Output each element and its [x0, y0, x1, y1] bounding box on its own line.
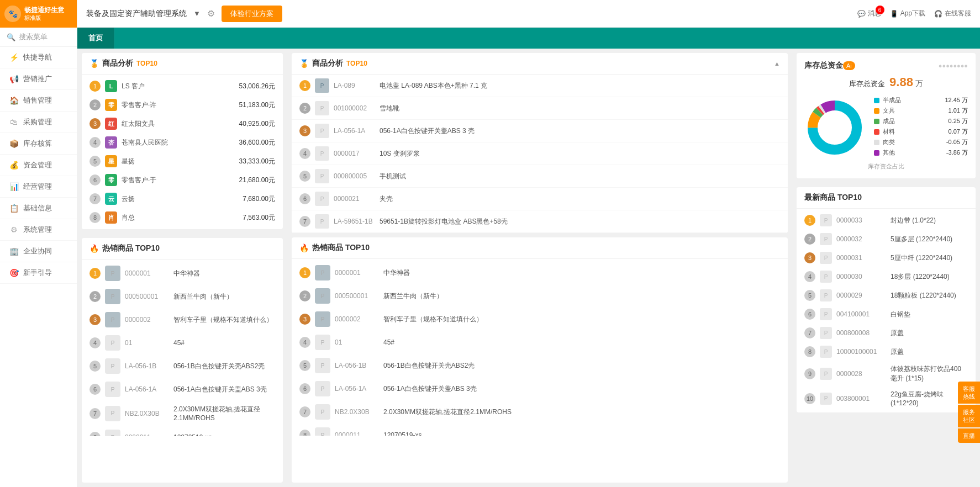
headset-icon: 🎧 [934, 10, 942, 18]
hot-product-main-item[interactable]: 1 P 0000001 中华神器 [292, 261, 788, 284]
sidebar-item-inventory[interactable]: 📦 库存核算 [0, 133, 77, 155]
inventory-total-label: 库存总资金 [849, 80, 885, 88]
legend-value: -0.05 万 [946, 138, 968, 146]
donut-chart-area: 半成品 12.45 万 文具 1.01 万 成品 0.25 万 材料 0.07 … [804, 96, 968, 159]
online-service-btn[interactable]: 🎧 在线客服 [934, 9, 971, 18]
sidebar-item-enterprise[interactable]: 🏢 企业协同 [0, 241, 77, 262]
mid-product-item[interactable]: 2 P 001000002 雪地靴 [292, 97, 788, 120]
sidebar-item-finance[interactable]: 💰 资金管理 [0, 155, 77, 176]
product-img: P [105, 266, 120, 281]
trial-button[interactable]: 体验行业方案 [222, 6, 282, 22]
rank-number: 3 [804, 252, 815, 263]
tab-home[interactable]: 首页 [77, 28, 114, 49]
sales-icon: 🏠 [9, 96, 19, 105]
mid-product-item[interactable]: 3 P LA-056-1A 056-1A白色按键开关盖ABS 3 壳 [292, 120, 788, 142]
product-img: P [820, 271, 832, 283]
message-badge: 6 [876, 6, 884, 14]
hot-product-main-item[interactable]: 6 P LA-056-1A 056-1A白色按键开关盖ABS 3壳 [292, 377, 788, 400]
hot-products-main-header: 🔥 热销商品 TOP10 [292, 237, 788, 259]
hot-product-item[interactable]: 7 P NB2.0X30B 2.0X30MM双搓花轴,搓花直径2.1MM/ROH… [82, 401, 283, 426]
settings-icon[interactable]: ⚙ [207, 8, 215, 19]
product-img: P [315, 169, 329, 183]
sidebar-item-marketing[interactable]: 📢 营销推广 [0, 68, 77, 90]
product-code: 0000028 [836, 370, 886, 378]
hot-product-item[interactable]: 3 P 0000002 智利车子里（规格不知道填什么） [82, 308, 283, 331]
customer-rank-item[interactable]: 7 云 云扬 7,680.00元 [82, 189, 283, 208]
new-product-item[interactable]: 5 P 0000029 18颗粒板 (1220*2440) [797, 286, 976, 305]
rank-number: 1 [804, 215, 815, 226]
logo-text: 畅捷通好生意 标准版 [24, 6, 64, 22]
customer-rank-item[interactable]: 4 杏 苍南县人民医院 36,600.00元 [82, 133, 283, 152]
cs-btn-2[interactable]: 直播 [958, 428, 980, 443]
new-product-item[interactable]: 6 P 004100001 白钢垫 [797, 305, 976, 324]
sidebar-item-label: 营销推广 [23, 74, 52, 84]
customer-rank-item[interactable]: 3 红 红太阳文具 40,925.00元 [82, 114, 283, 133]
system-dropdown[interactable]: ▼ [193, 9, 201, 18]
legend-value: -3.86 万 [946, 149, 968, 157]
sidebar-item-quick-nav[interactable]: ⚡ 快捷导航 [0, 47, 77, 68]
mid-product-item[interactable]: 4 P 0000017 10S 变刹罗浆 [292, 142, 788, 165]
logo-icon: 🐾 [4, 6, 21, 22]
message-btn[interactable]: 💬 消息 6 [857, 9, 881, 18]
mid-product-item[interactable]: 7 P LA-59651-1B 59651-1B旋转投影灯电池盒 ABS黑色+5… [292, 210, 788, 233]
product-img: P [105, 406, 120, 421]
customer-rank-item[interactable]: 6 零 零售客户·于 21,680.00元 [82, 171, 283, 189]
rank-number: 3 [299, 314, 310, 325]
product-code: 0000032 [836, 235, 886, 243]
legend-label: 半成品 [883, 96, 941, 104]
product-name: 12070519-xs [173, 433, 275, 436]
hot-product-item[interactable]: 4 P 01 45# [82, 331, 283, 354]
hot-product-item[interactable]: 8 P 0000011 12070519-xs [82, 426, 283, 436]
rank-number: 4 [299, 148, 310, 159]
rank-number: 5 [804, 290, 815, 301]
hot-product-item[interactable]: 6 P LA-056-1A 056-1A白色按键开关盖ABS 3壳 [82, 378, 283, 401]
customer-rank-item[interactable]: 2 零 零售客户·许 51,183.00元 [82, 96, 283, 114]
sidebar-item-sales[interactable]: 🏠 销售管理 [0, 90, 77, 112]
new-product-item[interactable]: 8 P 10000100001 原盖 [797, 342, 976, 361]
hot-product-main-item[interactable]: 5 P LA-056-1B 056-1B白色按键开关壳ABS2壳 [292, 354, 788, 377]
customer-rank-item[interactable]: 8 肖 肖总 7,563.00元 [82, 208, 283, 227]
product-code: 0000029 [836, 292, 886, 299]
hot-product-item[interactable]: 1 P 0000001 中华神器 [82, 262, 283, 285]
new-product-item[interactable]: 4 P 0000030 18多层 (1220*2440) [797, 267, 976, 286]
search-menu[interactable]: 🔍 搜索菜单 [0, 28, 77, 47]
avatar: 星 [105, 155, 117, 167]
new-product-item[interactable]: 3 P 0000031 5厘中纤 (1220*2440) [797, 248, 976, 267]
hot-product-main-item[interactable]: 8 P 0000011 12070519-xs [292, 424, 788, 436]
rank-number: 1 [89, 268, 101, 279]
app-download-btn[interactable]: 📱 App下载 [890, 9, 925, 18]
new-product-item[interactable]: 9 P 0000028 体彼荔枝味苏打饮品400毫升 (1*15) [797, 361, 976, 387]
sidebar-item-guide[interactable]: 🎯 新手引导 [0, 262, 77, 284]
product-code: 0000011 [335, 431, 379, 436]
system-title: 装备及固定资产辅助管理系统 [86, 9, 187, 19]
hot-product-item[interactable]: 2 P 000500001 新西兰牛肉（新牛） [82, 285, 283, 308]
new-product-item[interactable]: 2 P 0000032 5厘多层 (1220*2440) [797, 230, 976, 248]
mid-product-item[interactable]: 6 P 0000021 夹壳 [292, 188, 788, 210]
rank-number: 5 [89, 156, 101, 167]
sidebar-item-system[interactable]: ⚙ 系统管理 [0, 219, 77, 241]
sidebar-item-label: 系统管理 [23, 225, 52, 235]
hot-product-item[interactable]: 5 P LA-056-1B 056-1B白色按键开关壳ABS2壳 [82, 354, 283, 378]
sidebar-item-operations[interactable]: 📊 经营管理 [0, 176, 77, 198]
inventory-header: 库存总资金 Ai ●●●●●●●● [804, 61, 968, 71]
mid-product-item[interactable]: 5 P 000800005 手机测试 [292, 165, 788, 188]
chevron-down-icon: ▼ [193, 9, 201, 18]
legend-dot [874, 150, 879, 156]
mid-product-item[interactable]: 1 P LA-089 电池盖 LA-089 ABS本色+黑种 7.1 克 [292, 75, 788, 97]
customer-rank-item[interactable]: 5 星 星扬 33,333.00元 [82, 152, 283, 171]
new-product-item[interactable]: 7 P 000800008 原盖 [797, 324, 976, 342]
customer-rank-item[interactable]: 1 L LS 客户 53,006.26元 [82, 77, 283, 96]
new-product-item[interactable]: 10 P 003800001 22g鱼豆腐-烧烤味 (1*12*20) [797, 387, 976, 410]
hot-product-main-item[interactable]: 4 P 01 45# [292, 331, 788, 354]
cs-btn-1[interactable]: 服务社区 [958, 405, 980, 427]
sidebar-item-basic-info[interactable]: 📋 基础信息 [0, 198, 77, 219]
hot-product-main-item[interactable]: 3 P 0000002 智利车子里（规格不知道填什么） [292, 308, 788, 331]
hot-product-main-item[interactable]: 7 P NB2.0X30B 2.0X30MM双搓花轴,搓花直径2.1MM/ROH… [292, 400, 788, 424]
cs-btn-0[interactable]: 客服热线 [958, 382, 980, 404]
new-product-item[interactable]: 1 P 0000033 封边带 (1.0*22) [797, 211, 976, 230]
customer-name: 零售客户·于 [122, 176, 235, 185]
product-code: 004100001 [836, 310, 886, 318]
hot-product-main-item[interactable]: 2 P 000500001 新西兰牛肉（新牛） [292, 284, 788, 308]
sidebar-item-purchase[interactable]: 🛍 采购管理 [0, 112, 77, 133]
product-name: 新西兰牛肉（新牛） [383, 292, 780, 301]
